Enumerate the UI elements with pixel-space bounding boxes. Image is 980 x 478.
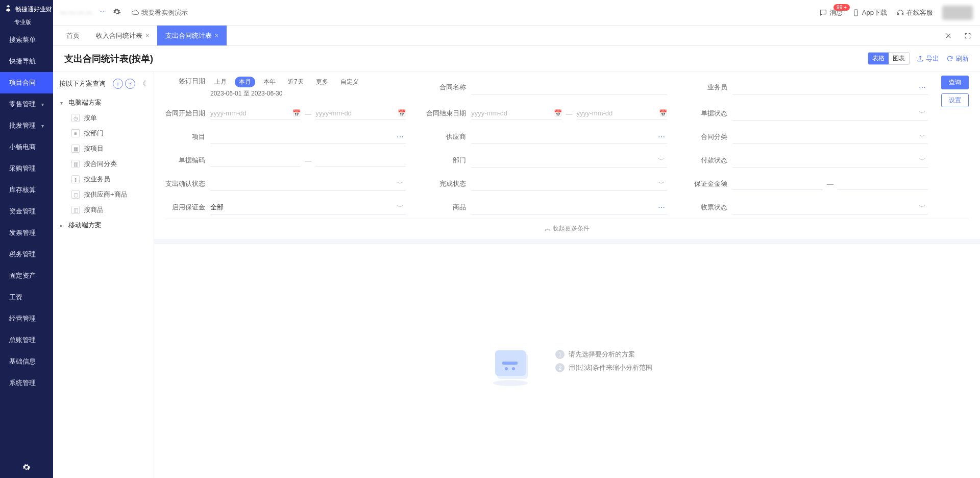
tab-close-icon[interactable]: × bbox=[215, 32, 218, 39]
org-selector[interactable]: — — — — bbox=[60, 9, 92, 16]
chevron-down-icon[interactable]: ﹀ bbox=[656, 156, 667, 165]
settings-gear-icon[interactable] bbox=[22, 463, 31, 471]
query-button[interactable]: 查询 bbox=[941, 76, 969, 89]
phone-icon bbox=[852, 9, 860, 17]
contract-class-select[interactable] bbox=[732, 131, 914, 142]
sidebar-item[interactable]: 搜索菜单 bbox=[0, 29, 53, 51]
user-avatar[interactable] bbox=[942, 6, 973, 20]
collapse-more-button[interactable]: ︽收起更多条件 bbox=[165, 219, 969, 239]
chevron-down-icon[interactable]: ﹀ bbox=[100, 8, 106, 17]
invoice-status-select[interactable] bbox=[732, 201, 914, 213]
scheme-group[interactable]: ▾电脑端方案 bbox=[53, 95, 154, 110]
bill-code-from-input[interactable] bbox=[210, 154, 301, 166]
view-chart-button[interactable]: 图表 bbox=[889, 53, 909, 64]
app-download-button[interactable]: App下载 bbox=[852, 8, 887, 17]
start-date-from-input[interactable] bbox=[210, 107, 292, 119]
export-button[interactable]: 导出 bbox=[917, 54, 939, 63]
chevron-down-icon[interactable]: ﹀ bbox=[395, 203, 406, 212]
sidebar-item[interactable]: 零售管理▾ bbox=[0, 93, 53, 115]
end-date-to-input[interactable] bbox=[577, 107, 659, 119]
sidebar-item[interactable]: 快捷导航 bbox=[0, 51, 53, 72]
date-pill[interactable]: 近7天 bbox=[284, 77, 308, 87]
sidebar-item[interactable]: 系统管理 bbox=[0, 372, 53, 394]
refresh-button[interactable]: 刷新 bbox=[946, 54, 969, 63]
view-table-button[interactable]: 表格 bbox=[868, 53, 889, 64]
chevron-down-icon[interactable]: ﹀ bbox=[917, 109, 928, 118]
sidebar-item[interactable]: 工资 bbox=[0, 286, 53, 308]
contract-name-input[interactable] bbox=[471, 81, 667, 93]
calendar-icon[interactable]: 📅 bbox=[554, 109, 562, 117]
sidebar-item[interactable]: 批发管理▾ bbox=[0, 115, 53, 136]
messages-button[interactable]: 消息 99 + bbox=[819, 8, 843, 17]
sidebar-item[interactable]: 库存核算 bbox=[0, 179, 53, 201]
date-pill[interactable]: 更多 bbox=[312, 77, 332, 87]
project-more-icon[interactable]: ⋯ bbox=[395, 133, 406, 141]
bill-status-select[interactable] bbox=[732, 107, 914, 119]
date-pill[interactable]: 自定义 bbox=[336, 77, 363, 87]
demo-link[interactable]: 我要看实例演示 bbox=[131, 8, 188, 17]
sidebar-item[interactable]: 发票管理 bbox=[0, 222, 53, 244]
salesman-input[interactable] bbox=[732, 81, 914, 93]
add-scheme-button[interactable]: ＋ bbox=[113, 79, 123, 89]
dept-select[interactable] bbox=[471, 154, 652, 166]
sidebar-item[interactable]: 项目合同 bbox=[0, 72, 53, 93]
calendar-icon[interactable]: 📅 bbox=[292, 109, 301, 117]
chevron-down-icon[interactable]: ﹀ bbox=[917, 156, 928, 165]
tab[interactable]: 收入合同统计表× bbox=[88, 26, 157, 45]
start-date-to-input[interactable] bbox=[315, 107, 398, 119]
scheme-leaf[interactable]: ◷按单 bbox=[53, 110, 154, 126]
sidebar-item[interactable]: 基础信息 bbox=[0, 351, 53, 372]
scheme-settings-button[interactable] bbox=[125, 79, 135, 89]
svg-point-6 bbox=[512, 367, 515, 370]
close-all-tabs-button[interactable] bbox=[941, 29, 955, 43]
topbar-gear-icon[interactable] bbox=[113, 8, 121, 17]
end-date-from-input[interactable] bbox=[471, 107, 553, 119]
scheme-leaf[interactable]: ⫿按业务员 bbox=[53, 172, 154, 187]
scheme-group[interactable]: ▸移动端方案 bbox=[53, 218, 154, 233]
tab-close-icon[interactable]: × bbox=[145, 32, 149, 39]
invoice-status-label: 收票状态 bbox=[688, 203, 727, 212]
scheme-group-label: 电脑端方案 bbox=[68, 98, 102, 107]
scheme-leaf[interactable]: ▢按供应商+商品 bbox=[53, 187, 154, 202]
scheme-leaf[interactable]: ≡按部门 bbox=[53, 126, 154, 141]
filter-settings-button[interactable]: 设置 bbox=[941, 93, 969, 107]
date-pill[interactable]: 本月 bbox=[235, 77, 255, 87]
sidebar-item[interactable]: 税务管理 bbox=[0, 244, 53, 265]
tab[interactable]: 支出合同统计表× bbox=[157, 26, 227, 45]
date-pill[interactable]: 本年 bbox=[259, 77, 280, 87]
pay-status-select[interactable] bbox=[732, 154, 914, 166]
sidebar-item[interactable]: 小畅电商 bbox=[0, 136, 53, 158]
chevron-down-icon[interactable]: ﹀ bbox=[917, 132, 928, 141]
scheme-leaf[interactable]: ▦按项目 bbox=[53, 141, 154, 156]
supplier-input[interactable] bbox=[471, 131, 652, 142]
deposit-from-input[interactable] bbox=[732, 178, 823, 189]
confirm-status-select[interactable] bbox=[210, 178, 391, 189]
sidebar-item[interactable]: 资金管理 bbox=[0, 201, 53, 222]
chevron-down-icon[interactable]: ﹀ bbox=[656, 179, 667, 188]
sidebar-item[interactable]: 固定资产 bbox=[0, 265, 53, 286]
collapse-panel-button[interactable]: 《 bbox=[137, 79, 148, 89]
tab[interactable]: 首页 bbox=[58, 26, 88, 45]
fullscreen-button[interactable] bbox=[961, 29, 975, 43]
date-pill[interactable]: 上月 bbox=[210, 77, 231, 87]
deposit-enable-value[interactable]: 全部 bbox=[210, 203, 224, 212]
complete-status-select[interactable] bbox=[471, 178, 652, 189]
scheme-leaf[interactable]: ▥按合同分类 bbox=[53, 156, 154, 172]
project-input[interactable] bbox=[210, 131, 391, 142]
sidebar-item[interactable]: 采购管理 bbox=[0, 158, 53, 179]
deposit-to-input[interactable] bbox=[838, 178, 928, 189]
supplier-more-icon[interactable]: ⋯ bbox=[656, 133, 667, 141]
sidebar-item-label: 搜索菜单 bbox=[9, 35, 36, 44]
chevron-down-icon[interactable]: ﹀ bbox=[917, 203, 928, 212]
bill-code-to-input[interactable] bbox=[315, 154, 406, 166]
scheme-leaf[interactable]: ◫按商品 bbox=[53, 202, 154, 218]
calendar-icon[interactable]: 📅 bbox=[659, 109, 667, 117]
sidebar-item[interactable]: 总账管理 bbox=[0, 329, 53, 351]
online-service-button[interactable]: 在线客服 bbox=[896, 8, 933, 17]
chevron-down-icon[interactable]: ﹀ bbox=[395, 179, 406, 188]
goods-input[interactable] bbox=[471, 201, 652, 213]
goods-more-icon[interactable]: ⋯ bbox=[656, 203, 667, 211]
sidebar-item[interactable]: 经营管理 bbox=[0, 308, 53, 329]
salesman-more-icon[interactable]: ⋯ bbox=[917, 83, 928, 91]
calendar-icon[interactable]: 📅 bbox=[398, 109, 406, 117]
